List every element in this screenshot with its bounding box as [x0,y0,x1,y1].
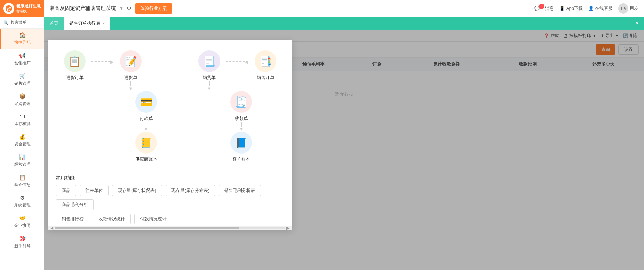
common-functions-section: 常用功能 商品 往来单位 现存量(库存状况表) 现存量(库存分布表) 销售毛利分… [48,169,292,230]
message-label: 消息 [545,5,554,12]
collab-icon: 🤝 [19,215,26,221]
cf-buttons-row2: 销售排行榜 收款情况统计 付款情况统计 [56,214,284,224]
content-area: ❓ 帮助 🖨 按模板打印 ▼ ⬆ 导出 ▼ 🔄 [44,30,644,270]
cf-btn-sales-profit[interactable]: 销售毛利分析表 [219,185,261,196]
search-icon: 🔍 [3,20,8,25]
cf-btn-receipt-stats[interactable]: 收款情况统计 [93,214,131,224]
cf-btn-sales-ranking[interactable]: 销售排行榜 [56,214,89,224]
sidebar-item-collab[interactable]: 🤝 企业协同 [0,212,44,232]
sales-order-icon: 📑 [259,55,272,67]
payment-node: 💳 付款单 [126,91,167,122]
scroll-right-icon[interactable]: ▶ [285,226,291,230]
sidebar-item-purchase[interactable]: 📦 采购管理 [0,90,44,110]
message-action[interactable]: 💬 6 消息 [534,5,554,12]
sidebar-item-sales[interactable]: 🛒 销售管理 [0,69,44,90]
inventory-icon: 🗃 [20,113,25,120]
active-tab-label: 销售订单执行表 [69,20,100,26]
workflow-modal: 📋 进货订单 ▶ 📝 [48,40,292,230]
sales-bill-icon: 📃 [203,55,215,67]
logo-icon: 好 [3,3,14,14]
app-label: App下载 [566,5,583,12]
purchase-bill-icon: 📝 [124,55,137,67]
finance-label: 资金管理 [14,141,31,147]
system-title: 装备及固定资产辅助管理系统 [50,5,116,12]
arrow-v-sales: ▼ [192,81,226,91]
scroll-thumb [55,227,239,229]
purchase-icon: 📦 [19,93,26,100]
workflow-arrows-v2: ▼ ▼ [58,122,282,132]
payment-icon: 💳 [140,96,153,108]
cf-btn-counterparty[interactable]: 往来单位 [80,185,109,196]
receipt-icon: 🧾 [235,96,248,108]
workflow-diagram: 📋 进货订单 ▶ 📝 [48,40,292,169]
purchase-order-circle[interactable]: 📋 [64,50,86,72]
sidebar: 好 畅康通好生意 标准版 🔍 搜索菜单 🏠 快捷导航 📢 营销推广 🛒 销售管理… [0,0,44,270]
service-label: 在线客服 [595,5,613,12]
sidebar-item-operation[interactable]: 📊 经营管理 [0,150,44,171]
logo-sub: 标准版 [16,9,41,14]
cf-buttons-row: 商品 往来单位 现存量(库存状况表) 现存量(库存分布表) 销售毛利分析表 商品… [56,185,284,210]
guide-icon: 🎯 [19,235,26,242]
cf-btn-payment-stats[interactable]: 付款情况统计 [134,214,172,224]
purchase-bill-circle[interactable]: 📝 [120,50,142,72]
sidebar-item-guide[interactable]: 🎯 新手引导 [0,232,44,252]
supplier-ledger-circle[interactable]: 📒 [135,132,157,154]
customer-ledger-circle[interactable]: 📘 [230,132,252,154]
tab-sales-order-execution[interactable]: 销售订单执行表 × [64,17,110,30]
sidebar-item-finance[interactable]: 💰 资金管理 [0,130,44,150]
operation-icon: 📊 [19,154,26,160]
app-download-action[interactable]: 📱 App下载 [559,5,583,12]
quick-icon: 🏠 [19,32,26,38]
trial-button[interactable]: 体验行业方案 [135,3,172,14]
arrow-v2-payment: ▼ [126,122,167,132]
marketing-icon: 📢 [19,52,26,59]
modal-scrollbar[interactable]: ◀ ▶ [48,226,292,230]
cf-btn-goods-profit[interactable]: 商品毛利分析 [56,199,94,210]
tabs-bar: 首页 销售订单执行表 × × [44,17,644,30]
sidebar-search[interactable]: 🔍 搜索菜单 [0,17,44,29]
payment-label: 付款单 [140,115,153,122]
logo-title: 畅康通好生意 [16,3,41,9]
scroll-track[interactable] [55,227,285,229]
svg-text:好: 好 [6,7,11,11]
modal-overlay[interactable]: 📋 进货订单 ▶ 📝 [44,30,644,270]
sidebar-item-system[interactable]: ⚙ 系统管理 [0,191,44,212]
customer-service-action[interactable]: 👤 在线客服 [588,5,613,12]
sidebar-item-quick[interactable]: 🏠 快捷导航 [0,29,44,49]
app-icon: 📱 [559,6,565,11]
marketing-label: 营销推广 [14,60,31,66]
workflow-arrows-v: ▼ ▼ [58,81,282,91]
receipt-node: 🧾 收款单 [221,91,262,122]
search-label: 搜索菜单 [11,20,27,25]
window-close-icon[interactable]: × [630,20,644,26]
sales-bill-label: 销货单 [203,75,216,81]
workflow-row-2: 💳 付款单 🧾 收款单 [58,91,282,122]
cf-btn-goods[interactable]: 商品 [56,185,76,196]
scroll-left-icon[interactable]: ◀ [49,226,55,230]
sidebar-logo: 好 畅康通好生意 标准版 [0,0,44,17]
cf-btn-stock-dist[interactable]: 现存量(库存分布表) [166,185,215,196]
customer-ledger-node: 📘 客户账本 [221,132,262,162]
customer-ledger-label: 客户账本 [232,156,250,162]
receipt-label: 收款单 [235,115,248,122]
arrow-v-purchase: ▼ [114,81,147,91]
operation-label: 经营管理 [14,162,31,167]
sales-bill-circle[interactable]: 📃 [198,50,220,72]
workflow-row-1: 📋 进货订单 ▶ 📝 [58,50,282,81]
cf-btn-stock-status[interactable]: 现存量(库存状况表) [112,185,162,196]
user-action[interactable]: Ea 用友 [618,3,639,14]
supplier-ledger-icon: 📒 [140,137,153,149]
sidebar-item-marketing[interactable]: 📢 营销推广 [0,49,44,69]
supplier-ledger-label: 供应商账本 [135,156,157,162]
tab-close-icon[interactable]: × [102,21,105,26]
topbar-actions: 💬 6 消息 📱 App下载 👤 在线客服 Ea 用友 [534,3,639,14]
receipt-circle[interactable]: 🧾 [230,91,252,113]
main-area: 装备及固定资产辅助管理系统 ▼ ⚙ 体验行业方案 💬 6 消息 📱 App下载 … [44,0,644,270]
payment-circle[interactable]: 💳 [135,91,157,113]
tab-home[interactable]: 首页 [44,17,64,30]
sales-order-circle[interactable]: 📑 [255,50,276,72]
settings-icon[interactable]: ⚙ [127,5,132,12]
sidebar-item-inventory[interactable]: 🗃 库存核算 [0,110,44,130]
sidebar-item-basic[interactable]: 📋 基础信息 [0,171,44,191]
dropdown-icon[interactable]: ▼ [119,6,123,11]
